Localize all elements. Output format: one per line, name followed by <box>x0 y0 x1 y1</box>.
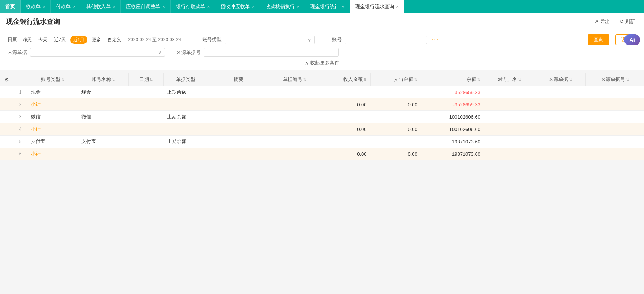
table-row <box>208 111 269 123</box>
date-7days[interactable]: 近7天 <box>52 36 68 44</box>
table-row <box>585 136 644 148</box>
th-doc-no[interactable]: 单据编号⇅ <box>269 73 320 86</box>
nav-tab-yushou[interactable]: 预收冲应收单 × <box>215 0 260 13</box>
page-header: 现金银行流水查询 ↗ 导出 ↺ 刷新 <box>0 13 644 30</box>
th-settings[interactable]: ⚙ <box>0 73 14 86</box>
row-settings-cell <box>0 136 14 148</box>
table-row <box>208 148 269 160</box>
row-num: 2 <box>14 98 27 111</box>
table-row <box>208 136 269 148</box>
nav-tab-fukuandan[interactable]: 付款单 × <box>51 0 81 13</box>
source-doc-num-input[interactable] <box>204 48 339 57</box>
table-row: 上期余额 <box>163 86 208 98</box>
account-type-label: 账号类型 <box>202 36 222 43</box>
sort-date-icon: ⇅ <box>150 78 153 82</box>
sort-source-doc-no-icon: ⇅ <box>626 78 629 82</box>
date-filter-group: 日期 昨天 今天 近7天 近1月 更多 自定义 2023-02-24 至 202… <box>8 36 181 44</box>
nav-tab-yingshou[interactable]: 应收应付调整单 × <box>121 0 170 13</box>
table-row <box>484 111 535 123</box>
sort-income-icon: ⇅ <box>363 78 366 82</box>
table-row: 小计 <box>27 123 78 136</box>
header-actions: ↗ 导出 ↺ 刷新 <box>591 17 638 27</box>
table-row: -3528659.33 <box>421 98 484 111</box>
th-counterpart[interactable]: 对方户名⇅ <box>484 73 535 86</box>
close-yushou-icon[interactable]: × <box>252 4 254 9</box>
table-row: 支付宝 <box>78 136 128 148</box>
row-settings-cell <box>0 86 14 98</box>
table-row: 0.00 <box>320 123 370 136</box>
export-button[interactable]: ↗ 导出 <box>591 17 613 27</box>
th-num <box>14 73 27 86</box>
account-more-icon[interactable]: ··· <box>430 36 440 43</box>
close-yingshou-icon[interactable]: × <box>162 4 165 9</box>
refresh-button[interactable]: ↺ 刷新 <box>617 17 638 27</box>
table-header: ⚙ 账号类型⇅ 账号名称⇅ 日期⇅ 单据类型 摘要 单据编号⇅ 收入金额⇅ <box>0 73 644 86</box>
table-row <box>371 86 421 98</box>
date-more[interactable]: 更多 <box>90 36 103 44</box>
nav-tab-yinhang[interactable]: 银行存取款单 × <box>171 0 215 13</box>
th-account-name[interactable]: 账号名称⇅ <box>78 73 128 86</box>
table-row <box>320 86 370 98</box>
table-row <box>585 123 644 136</box>
nav-tab-qitashouru[interactable]: 其他收入单 × <box>81 0 121 13</box>
close-fukuandan-icon[interactable]: × <box>73 4 75 9</box>
sort-account-name-icon: ⇅ <box>112 78 115 82</box>
table-row: 0.00 <box>371 148 421 160</box>
account-type-select[interactable]: ∨ <box>225 36 315 44</box>
close-liushui-icon[interactable]: × <box>396 4 399 9</box>
table-row <box>208 123 269 136</box>
collapse-label: 收起更多条件 <box>310 60 339 66</box>
th-source-doc[interactable]: 来源单据⇅ <box>535 73 585 86</box>
table-row <box>269 148 320 160</box>
collapse-bar[interactable]: ∧ 收起更多条件 <box>8 58 636 67</box>
table-row <box>269 111 320 123</box>
sort-expense-icon: ⇅ <box>414 78 417 82</box>
close-shoukuanhexiao-icon[interactable]: × <box>297 4 299 9</box>
nav-tab-xianjinyinhang[interactable]: 现金银行统计 × <box>305 0 350 13</box>
query-button[interactable]: 查询 <box>588 34 609 45</box>
th-income[interactable]: 收入金额⇅ <box>320 73 370 86</box>
account-label: 账号 <box>332 36 342 43</box>
account-type-chevron-icon: ∨ <box>308 37 311 43</box>
th-account-type[interactable]: 账号类型⇅ <box>27 73 78 86</box>
close-qitashouru-icon[interactable]: × <box>113 4 115 9</box>
close-shoukuandan-icon[interactable]: × <box>43 4 45 9</box>
source-doc-filter-group: 来源单据 ∨ <box>8 48 165 57</box>
row-num: 5 <box>14 136 27 148</box>
nav-tab-shoukuanhexiao[interactable]: 收款核销执行 × <box>260 0 305 13</box>
table-row: 现金 <box>78 86 128 98</box>
th-balance[interactable]: 余额⇅ <box>421 73 484 86</box>
nav-tab-liushui[interactable]: 现金银行流水查询 × <box>350 0 404 13</box>
sort-doc-no-icon: ⇅ <box>303 78 306 82</box>
sort-account-type-icon: ⇅ <box>61 78 64 82</box>
table-row <box>208 98 269 111</box>
table-row <box>484 123 535 136</box>
table-row <box>535 86 585 98</box>
nav-home[interactable]: 首页 <box>0 0 21 13</box>
th-date[interactable]: 日期⇅ <box>128 73 163 86</box>
table-row <box>535 111 585 123</box>
table-row <box>269 98 320 111</box>
table-row <box>320 136 370 148</box>
close-xianjinyinhang-icon[interactable]: × <box>342 4 344 9</box>
date-yesterday[interactable]: 昨天 <box>20 36 34 44</box>
collapse-up-icon: ∧ <box>305 60 309 66</box>
nav-tab-shoukuandan[interactable]: 收款单 × <box>21 0 51 13</box>
date-1month[interactable]: 近1月 <box>70 36 88 44</box>
table-row: 0.00 <box>371 98 421 111</box>
date-today[interactable]: 今天 <box>36 36 50 44</box>
account-input[interactable] <box>345 36 427 44</box>
th-source-doc-no[interactable]: 来源单据号⇅ <box>585 73 644 86</box>
date-custom[interactable]: 自定义 <box>105 36 123 44</box>
table-row <box>128 148 163 160</box>
ai-badge[interactable]: Ai <box>624 34 640 45</box>
filter-row-1: 日期 昨天 今天 近7天 近1月 更多 自定义 2023-02-24 至 202… <box>8 34 636 45</box>
th-expense[interactable]: 支出金额⇅ <box>371 73 421 86</box>
data-table: ⚙ 账号类型⇅ 账号名称⇅ 日期⇅ 单据类型 摘要 单据编号⇅ 收入金额⇅ <box>0 73 644 160</box>
source-doc-select[interactable]: ∨ <box>30 48 165 57</box>
th-doc-type: 单据类型 <box>163 73 208 86</box>
table-body: 1现金现金上期余额-3528659.332小计0.000.00-3528659.… <box>0 86 644 160</box>
table-row <box>128 123 163 136</box>
close-yinhang-icon[interactable]: × <box>207 4 210 9</box>
table-row: 100102606.60 <box>421 123 484 136</box>
